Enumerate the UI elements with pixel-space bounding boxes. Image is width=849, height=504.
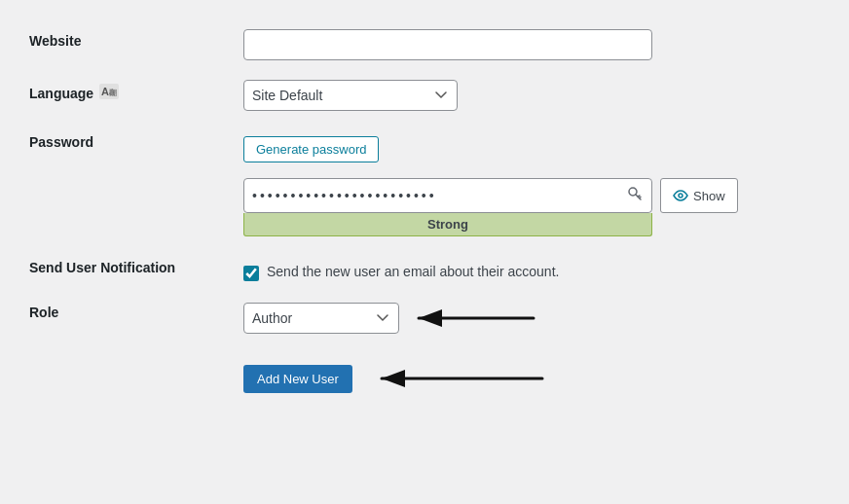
add-user-section: Add New User (19, 345, 830, 406)
key-icon[interactable] (627, 186, 643, 205)
password-input-cell: Generate password (234, 121, 830, 246)
notification-text: Send the new user an email about their a… (267, 264, 559, 279)
website-input-cell (234, 19, 830, 70)
website-input[interactable] (243, 29, 652, 60)
role-row: Role Subscriber Contributor Author Edito… (19, 291, 830, 345)
role-input-cell: Subscriber Contributor Author Editor Adm… (234, 291, 830, 345)
password-strength-bar: Strong (243, 213, 652, 236)
strength-label: Strong (427, 217, 468, 232)
website-label: Website (19, 19, 234, 70)
form-table: Website Language Aa 翻 (19, 19, 830, 345)
language-input-cell: Site Default English Spanish French (234, 70, 830, 121)
role-label: Role (19, 291, 234, 345)
password-input[interactable] (243, 178, 652, 213)
eye-icon (673, 188, 688, 204)
add-user-arrow-annotation (372, 361, 547, 396)
password-row: Password Generate password (19, 121, 830, 246)
language-label: Language Aa 翻 (19, 70, 234, 121)
show-password-button[interactable]: Show (660, 178, 738, 213)
settings-page: Website Language Aa 翻 (0, 0, 849, 504)
notification-label: Send User Notification (19, 246, 234, 291)
password-field-wrapper (243, 178, 652, 213)
password-label: Password (19, 121, 234, 246)
language-text: Language (29, 86, 93, 101)
add-new-user-button[interactable]: Add New User (243, 365, 352, 393)
role-arrow-annotation (409, 301, 535, 336)
language-select[interactable]: Site Default English Spanish French (243, 80, 458, 111)
svg-text:翻: 翻 (109, 89, 117, 97)
show-btn-label: Show (693, 189, 725, 203)
language-icon: Aa 翻 (99, 84, 119, 103)
language-row: Language Aa 翻 Site Default Engl (19, 70, 830, 121)
notification-row: Send User Notification Send the new user… (19, 246, 830, 291)
generate-password-button[interactable]: Generate password (243, 136, 379, 162)
notification-checkbox[interactable] (243, 266, 259, 281)
notification-input-cell: Send the new user an email about their a… (234, 246, 830, 291)
role-select[interactable]: Subscriber Contributor Author Editor Adm… (243, 303, 399, 334)
website-row: Website (19, 19, 830, 70)
svg-point-4 (679, 194, 683, 198)
